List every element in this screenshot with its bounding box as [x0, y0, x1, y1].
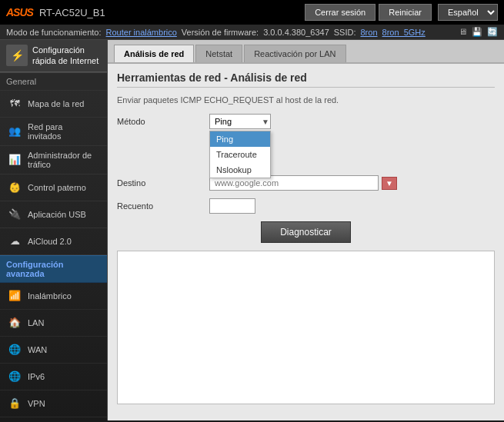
fw-icons: 🖥 💾 🔄	[459, 27, 498, 37]
dropdown-nslookup[interactable]: Nslookup	[210, 162, 270, 178]
sidebar-item-red-invitados[interactable]: 👥 Red para invitados	[0, 118, 107, 146]
model-name: RT-AC52U_B1	[39, 7, 105, 18]
fw-icon-3[interactable]: 🔄	[487, 27, 498, 37]
mapa-icon: 🗺	[6, 95, 23, 112]
main-layout: ⚡ Configuración rápida de Internet Gener…	[0, 40, 504, 420]
destino-row: Destino ▼	[117, 175, 495, 191]
cerrar-sesion-button[interactable]: Cerrar sesión	[305, 4, 375, 21]
sidebar-item-vpn[interactable]: 🔒 VPN	[0, 390, 107, 417]
wan-icon: 🌐	[6, 341, 23, 358]
aicloud-icon: ☁	[6, 233, 23, 250]
diagnosticar-button[interactable]: Diagnosticar	[261, 221, 351, 243]
dropdown-traceroute[interactable]: Traceroute	[210, 147, 270, 162]
usb-icon: 🔌	[6, 206, 23, 223]
sidebar-item-lan[interactable]: 🏠 LAN	[0, 310, 107, 337]
language-select[interactable]: Español	[438, 4, 498, 21]
ipv6-label: IPv6	[28, 372, 45, 381]
vpn-label: VPN	[28, 399, 45, 408]
aicloud-label: AiCloud 2.0	[28, 237, 72, 246]
page-title: Herramientas de red - Análisis de red	[117, 71, 495, 88]
trafico-icon: 📊	[6, 151, 23, 168]
asus-logo: ASUS	[6, 6, 33, 18]
header-buttons: Cerrar sesión Reiniciar Español	[305, 4, 498, 21]
trafico-label: Administrador de tráfico	[28, 151, 92, 169]
red-invitados-label: Red para invitados	[28, 122, 62, 141]
lan-icon: 🏠	[6, 314, 23, 331]
lan-label: LAN	[28, 318, 44, 327]
recuento-control	[209, 198, 495, 214]
reiniciar-button[interactable]: Reiniciar	[379, 4, 432, 21]
usb-label: Aplicación USB	[28, 210, 86, 219]
metodo-control: ▼ Ping Traceroute Nslookup	[209, 114, 495, 129]
sidebar-item-trafico[interactable]: 📊 Administrador de tráfico	[0, 146, 107, 174]
destino-dropdown-btn[interactable]: ▼	[382, 177, 397, 190]
version-value: 3.0.0.4.380_6347	[263, 28, 329, 37]
recuento-row: Recuento	[117, 198, 495, 214]
dropdown-ping[interactable]: Ping	[210, 131, 270, 147]
method-dropdown: Ping Traceroute Nslookup	[209, 131, 271, 178]
control-paterno-label: Control paterno	[28, 183, 86, 192]
modo-label: Modo de funcionamiento:	[6, 28, 102, 37]
method-input[interactable]	[209, 114, 271, 129]
tab-netstat[interactable]: Netstat	[195, 45, 242, 62]
content-body: Herramientas de red - Análisis de red En…	[108, 64, 504, 420]
tab-analisis[interactable]: Análisis de red	[114, 45, 194, 62]
firmware-bar: Modo de funcionamiento: Router inalámbri…	[0, 25, 504, 40]
sidebar-item-ipv6[interactable]: 🌐 IPv6	[0, 364, 107, 390]
sidebar-item-firewall[interactable]: 🛡 Firewall	[0, 417, 107, 420]
ipv6-icon: 🌐	[6, 368, 23, 385]
vpn-icon: 🔒	[6, 395, 23, 412]
metodo-label: Método	[117, 117, 209, 126]
content-area: Análisis de red Netstat Reactivación por…	[108, 40, 504, 420]
sidebar-item-control-paterno[interactable]: 👶 Control paterno	[0, 174, 107, 201]
sidebar-item-usb[interactable]: 🔌 Aplicación USB	[0, 201, 107, 228]
modo-value[interactable]: Router inalámbrico	[106, 28, 177, 37]
sidebar: ⚡ Configuración rápida de Internet Gener…	[0, 40, 108, 420]
quick-internet-label: Configuración rápida de Internet	[32, 45, 98, 67]
recuento-input[interactable]	[209, 198, 255, 214]
recuento-label: Recuento	[117, 201, 209, 211]
sidebar-item-aicloud[interactable]: ☁ AiCloud 2.0	[0, 228, 107, 255]
ssid1[interactable]: 8ron	[361, 28, 378, 37]
red-invitados-icon: 👥	[6, 123, 23, 140]
wireless-icon: 📶	[6, 287, 23, 304]
output-area	[117, 251, 495, 404]
tabs-bar: Análisis de red Netstat Reactivación por…	[108, 40, 504, 64]
header: ASUS RT-AC52U_B1 Cerrar sesión Reiniciar…	[0, 0, 504, 25]
destino-label: Destino	[117, 178, 209, 188]
advanced-section-label: Configuración avanzada	[0, 255, 107, 283]
sidebar-item-wan[interactable]: 🌐 WAN	[0, 337, 107, 364]
general-section-label: General	[0, 72, 107, 91]
sidebar-item-wireless[interactable]: 📶 Inalámbrico	[0, 283, 107, 310]
quick-internet-icon: ⚡	[6, 45, 28, 66]
method-select-wrapper: ▼	[209, 114, 271, 129]
tab-reactivacion[interactable]: Reactivación por LAN	[244, 45, 345, 62]
wireless-label: Inalámbrico	[28, 291, 72, 301]
metodo-row: Método ▼ Ping Traceroute Nslookup	[117, 114, 495, 129]
fw-icon-2[interactable]: 💾	[472, 27, 482, 37]
wan-label: WAN	[28, 345, 47, 354]
sidebar-quick-internet[interactable]: ⚡ Configuración rápida de Internet	[0, 40, 107, 72]
fw-icon-1[interactable]: 🖥	[459, 27, 467, 37]
ssid-label: SSID:	[334, 28, 356, 37]
version-label: Versión de firmware:	[182, 28, 259, 37]
sidebar-item-mapa[interactable]: 🗺 Mapa de la red	[0, 91, 107, 118]
control-paterno-icon: 👶	[6, 179, 23, 196]
desc-text: Enviar paquetes ICMP ECHO_REQUEST al hos…	[117, 95, 495, 105]
mapa-label: Mapa de la red	[28, 99, 84, 108]
ssid2[interactable]: 8ron_5GHz	[382, 28, 426, 37]
